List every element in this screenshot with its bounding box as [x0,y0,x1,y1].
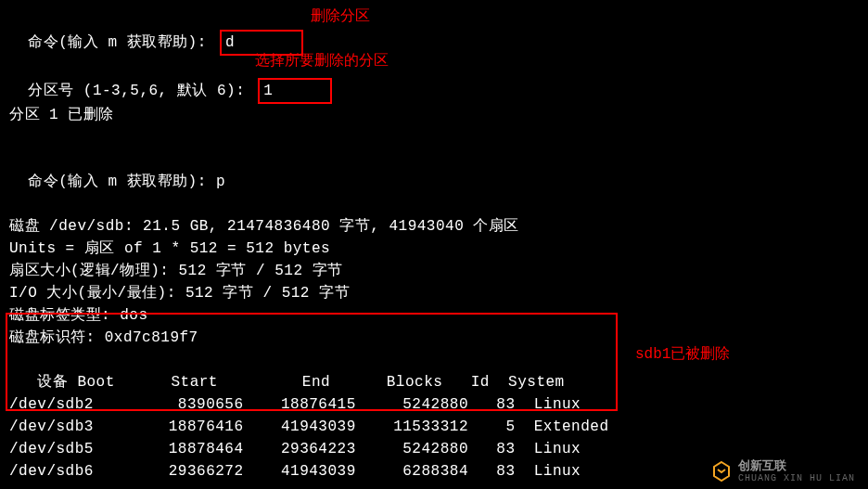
blank-line [9,126,859,148]
disk-info-2: Units = 扇区 of 1 * 512 = 512 bytes [9,238,859,260]
annotation-select-partition: 选择所要删除的分区 [255,50,389,72]
cmd-prompt: 命令(输入 m 获取帮助): [28,34,216,51]
annotation-delete-partition: 删除分区 [311,6,370,28]
partition-num-line: 分区号 (1-3,5,6, 默认 6): 1 [9,56,859,104]
input-partition-num[interactable]: 1 [258,78,332,104]
blank-line-4 [9,483,859,489]
table-row: /dev/sdb3 18876416 41943039 11533312 5 E… [9,416,859,438]
table-row: /dev/sdb2 8390656 18876415 5242880 83 Li… [9,393,859,416]
watermark-text: 创新互联 CHUANG XIN HU LIAN [738,460,855,483]
watermark-brand: 创新互联 [738,460,855,473]
disk-info-3: 扇区大小(逻辑/物理): 512 字节 / 512 字节 [9,260,859,282]
table-header: 设备 Boot Start End Blocks Id System [9,371,859,393]
cmd-prompt-2: 命令(输入 m 获取帮助): [28,174,216,190]
cmd-line-delete: 命令(输入 m 获取帮助): d [9,7,859,56]
disk-info-5: 磁盘标签类型: dos [9,304,859,327]
input-print-cmd[interactable]: p [216,174,225,190]
disk-info-4: I/O 大小(最小/最佳): 512 字节 / 512 字节 [9,282,859,304]
deleted-message: 分区 1 已删除 [9,104,859,126]
table-row: /dev/sdb5 18878464 29364223 5242880 83 L… [9,438,859,460]
watermark-logo-icon [710,460,733,483]
watermark: 创新互联 CHUANG XIN HU LIAN [710,460,855,483]
annotation-sdb1-deleted: sdb1已被删除 [635,343,730,366]
disk-info-1: 磁盘 /dev/sdb: 21.5 GB, 21474836480 字节, 41… [9,215,859,238]
watermark-url: CHUANG XIN HU LIAN [738,473,855,483]
disk-info-6: 磁盘标识符: 0xd7c819f7 [9,327,859,349]
cmd-line-print: 命令(输入 m 获取帮助): p [9,148,859,193]
partition-num-prompt: 分区号 (1-3,5,6, 默认 6): [28,83,254,99]
blank-line-2 [9,193,859,215]
blank-line-3 [9,349,859,371]
